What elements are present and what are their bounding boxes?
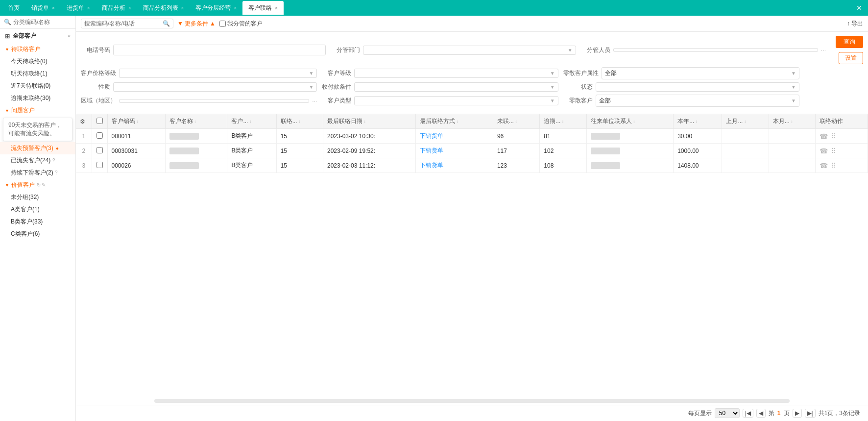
mine-checkbox-input[interactable] xyxy=(219,21,226,27)
first-page-btn[interactable]: |◀ xyxy=(743,409,753,418)
advanced-filter-panel: 电话号码 分管部门 ▼ 分管人员 ··· 查询 xyxy=(76,32,868,114)
filter-select-gender[interactable]: ▼ xyxy=(113,82,317,92)
region-dots-icon[interactable]: ··· xyxy=(312,98,317,104)
sidebar-item-overdue[interactable]: 逾期未联络(30) xyxy=(0,92,75,104)
sidebar-search-icon: 🔍 xyxy=(4,19,11,25)
filter-mine-checkbox[interactable]: 我分管的客户 xyxy=(219,20,263,28)
filter-select-person[interactable] xyxy=(613,48,818,52)
export-button[interactable]: ↑ 导出 xyxy=(847,20,863,28)
close-product-list-tab[interactable]: × xyxy=(181,5,184,11)
th-customer-type[interactable]: 客户... xyxy=(227,114,276,129)
sidebar-item-declining[interactable]: 持续下滑客户(2) ? xyxy=(0,167,75,179)
th-contact-num[interactable]: 联络... xyxy=(276,114,323,129)
window-close-icon[interactable]: ✕ xyxy=(852,4,866,12)
horizontal-scrollbar[interactable] xyxy=(76,397,868,405)
row-this-month-0 xyxy=(769,129,815,144)
filter-select-cust-level[interactable]: ▼ xyxy=(354,69,558,78)
close-customer-tier-tab[interactable]: × xyxy=(234,5,237,11)
tab-purchase[interactable]: 进货单 × xyxy=(61,1,96,15)
th-gear[interactable]: ⚙ xyxy=(76,114,92,129)
sidebar-group-pending-header[interactable]: ▼ 待联络客户 xyxy=(0,43,75,55)
close-customer-contact-tab[interactable]: × xyxy=(275,5,278,11)
row-last-method-1[interactable]: 下销货单 xyxy=(416,144,493,158)
sidebar-item-tomorrow[interactable]: 明天待联络(1) xyxy=(0,68,75,80)
filter-search-input[interactable] xyxy=(84,20,163,27)
triangle-icon-3: ▼ xyxy=(5,183,9,188)
th-contact-person[interactable]: 往来单位联系人 xyxy=(586,114,674,129)
row-action-contact-1[interactable]: ☎ xyxy=(820,147,828,155)
row-contact-num-2: 15 xyxy=(276,158,323,173)
sidebar-item-c-class[interactable]: C类客户(6) xyxy=(0,228,75,240)
settings-button[interactable]: 设置 xyxy=(839,52,863,64)
query-button[interactable]: 查询 xyxy=(836,36,863,48)
tab-product-analysis[interactable]: 商品分析 × xyxy=(96,1,137,15)
sidebar-item-7days[interactable]: 近7天待联络(0) xyxy=(0,80,75,92)
person-dots-icon[interactable]: ··· xyxy=(821,47,826,53)
th-uncontact[interactable]: 未联... xyxy=(493,114,539,129)
tab-product-list[interactable]: 商品分析列表 × xyxy=(137,1,190,15)
next-page-btn[interactable]: ▶ xyxy=(793,409,802,418)
row-last-method-2[interactable]: 下销货单 xyxy=(416,158,493,173)
row-action-more-0[interactable]: ⠿ xyxy=(831,132,836,140)
row-checkbox-2[interactable] xyxy=(92,158,107,173)
tab-customer-contact[interactable]: 客户联络 × xyxy=(242,1,284,15)
filter-input-phone[interactable] xyxy=(113,45,326,55)
th-this-year[interactable]: 本年... xyxy=(674,114,722,129)
filter-select-zero-customer[interactable]: 全部▼ xyxy=(596,95,799,107)
sidebar-item-ungrouped[interactable]: 未分组(32) xyxy=(0,191,75,203)
per-page-select[interactable]: 50 100 200 xyxy=(715,408,740,418)
filter-select-zero-attr[interactable]: 全部▼ xyxy=(602,67,799,79)
filter-select-status[interactable]: ▼ xyxy=(596,82,799,92)
th-this-month[interactable]: 本月... xyxy=(769,114,815,129)
scrollbar-thumb[interactable] xyxy=(154,399,790,403)
row-action-more-1[interactable]: ⠿ xyxy=(831,147,836,155)
row-action-contact-0[interactable]: ☎ xyxy=(820,132,828,140)
tab-home[interactable]: 首页 xyxy=(2,1,25,15)
th-checkbox[interactable] xyxy=(92,114,107,129)
sidebar-item-a-class[interactable]: A类客户(1) xyxy=(0,203,75,216)
row-checkbox-1[interactable] xyxy=(92,144,107,158)
sidebar-item-churn-warning[interactable]: 流失预警客户(3) ● xyxy=(0,142,75,154)
close-product-analysis-tab[interactable]: × xyxy=(128,5,131,11)
sidebar-search-input[interactable] xyxy=(13,19,76,25)
th-last-month[interactable]: 上月... xyxy=(722,114,769,129)
filter-select-dept[interactable]: ▼ xyxy=(363,46,576,55)
edit-icon[interactable]: ✎ xyxy=(42,182,46,188)
sidebar-item-today[interactable]: 今天待联络(0) xyxy=(0,55,75,68)
sidebar-item-b-class[interactable]: B类客户(33) xyxy=(0,216,75,228)
tab-customer-tier[interactable]: 客户分层经营 × xyxy=(190,1,242,15)
filter-select-price-level[interactable]: ▼ xyxy=(119,69,317,78)
refresh-icon[interactable]: ↻ xyxy=(37,182,41,188)
sidebar-collapse-icon[interactable]: « xyxy=(68,33,71,39)
gear-icon[interactable]: ⚙ xyxy=(80,118,85,125)
select-all-checkbox[interactable] xyxy=(96,118,103,124)
filter-select-region[interactable] xyxy=(119,99,309,103)
filter-search-icon[interactable]: 🔍 xyxy=(163,20,170,27)
content-area: 🔍 ▼ 更多条件 ▲ 我分管的客户 ↑ 导出 电话号码 xyxy=(76,16,868,421)
prev-page-btn[interactable]: ◀ xyxy=(756,409,766,418)
price-arrow-icon: ▼ xyxy=(309,71,313,76)
sidebar-group-value-header[interactable]: ▼ 价值客户 ↻ ✎ xyxy=(0,179,75,191)
sidebar-all-customers[interactable]: ⊞ 全部客户 « xyxy=(0,29,75,43)
close-purchase-tab[interactable]: × xyxy=(87,5,90,11)
row-action-more-2[interactable]: ⠿ xyxy=(831,162,836,170)
filter-more-btn[interactable]: ▼ 更多条件 ▲ xyxy=(177,20,216,28)
th-last-contact-date[interactable]: 最后联络日期 xyxy=(323,114,416,129)
row-action-contact-2[interactable]: ☎ xyxy=(820,162,828,170)
th-name[interactable]: 客户名称 xyxy=(165,114,227,129)
row-actions-1: ☎ ⠿ xyxy=(816,144,868,158)
th-last-contact-method[interactable]: 最后联络方式 xyxy=(416,114,493,129)
tab-sales[interactable]: 销货单 × xyxy=(25,1,61,15)
close-sales-tab[interactable]: × xyxy=(52,5,55,11)
sidebar-item-churned[interactable]: 已流失客户(24) ? xyxy=(0,154,75,167)
row-last-method-0[interactable]: 下销货单 xyxy=(416,129,493,144)
th-code[interactable]: 客户编码 xyxy=(107,114,165,129)
sidebar-group-problem-header[interactable]: ▼ 问题客户 xyxy=(0,104,75,117)
th-overdue[interactable]: 逾期... xyxy=(540,114,586,129)
filter-select-cust-type[interactable]: ▼ xyxy=(354,96,558,105)
last-page-btn[interactable]: ▶| xyxy=(805,409,816,418)
filter-select-payment[interactable]: ▼ xyxy=(354,82,558,92)
row-checkbox-0[interactable] xyxy=(92,129,107,144)
row-type-1: B类客户 xyxy=(227,144,276,158)
cust-level-arrow-icon: ▼ xyxy=(550,71,555,76)
